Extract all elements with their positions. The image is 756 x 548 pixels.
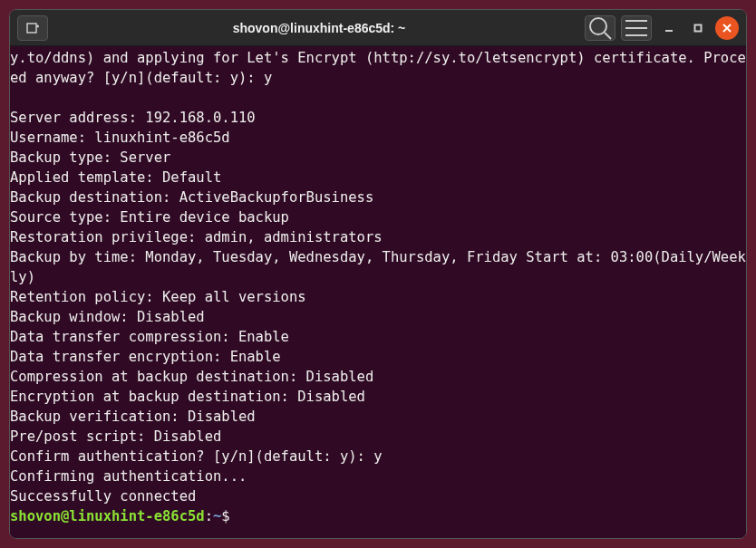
menu-button[interactable] <box>621 15 652 41</box>
search-icon <box>586 14 615 43</box>
maximize-icon <box>693 24 703 33</box>
new-tab-button[interactable] <box>17 15 48 41</box>
close-icon <box>722 24 732 33</box>
svg-rect-2 <box>695 24 702 31</box>
prompt-path: ~ <box>213 508 221 524</box>
svg-rect-0 <box>27 24 36 33</box>
titlebar-right <box>585 15 739 41</box>
prompt-colon: : <box>205 508 213 524</box>
close-button[interactable] <box>715 16 739 40</box>
minimize-icon <box>664 24 674 33</box>
maximize-button[interactable] <box>686 16 710 40</box>
terminal-window: shovon@linuxhint-e86c5d: ~ <box>9 9 747 539</box>
svg-point-1 <box>590 18 606 34</box>
prompt-user: shovon@linuxhint-e86c5d <box>10 508 205 524</box>
window-title: shovon@linuxhint-e86c5d: ~ <box>53 21 585 35</box>
titlebar: shovon@linuxhint-e86c5d: ~ <box>10 10 746 46</box>
terminal-output[interactable]: y.to/ddns) and applying for Let's Encryp… <box>10 46 746 538</box>
new-tab-icon <box>25 21 40 35</box>
prompt-symbol: $ <box>221 508 229 524</box>
minimize-button[interactable] <box>657 16 681 40</box>
hamburger-icon <box>622 14 651 43</box>
search-button[interactable] <box>585 15 615 41</box>
